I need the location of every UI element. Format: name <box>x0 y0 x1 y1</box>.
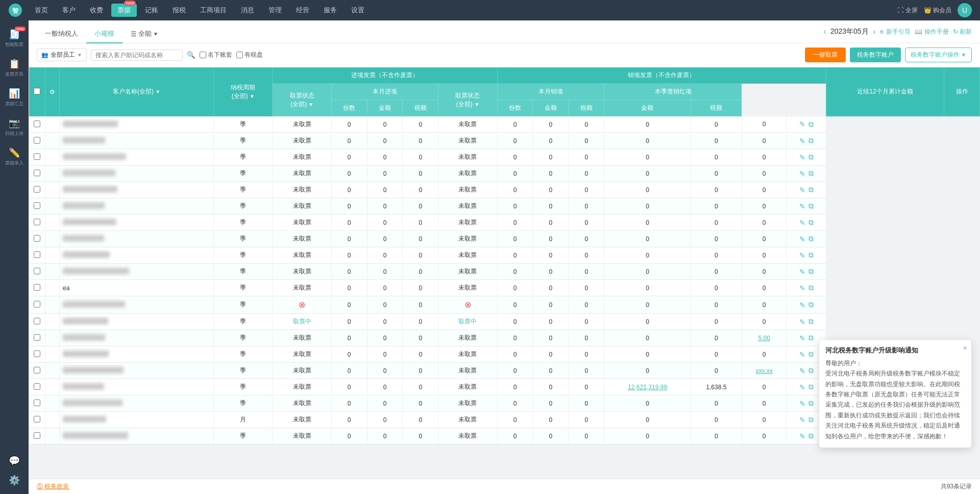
copy-btn[interactable]: ⧉ <box>808 185 814 194</box>
th-fetch-status-in[interactable]: 取票状态(全部) ▼ <box>273 84 331 116</box>
copy-btn[interactable]: ⧉ <box>808 399 814 408</box>
row-checkbox[interactable] <box>34 383 40 390</box>
search-button[interactable]: 🔍 <box>187 51 195 59</box>
td-check[interactable] <box>29 363 45 379</box>
edit-btn[interactable]: ✎ <box>799 202 805 210</box>
td-check[interactable] <box>29 412 45 428</box>
td-cumulative[interactable]: 0 <box>742 247 787 264</box>
nav-invoice[interactable]: 票据 new <box>111 4 137 17</box>
edit-btn[interactable]: ✎ <box>799 399 805 408</box>
td-cumulative[interactable]: 0 <box>742 133 787 149</box>
edit-btn[interactable]: ✎ <box>799 318 805 326</box>
edit-btn[interactable]: ✎ <box>799 367 805 375</box>
td-cumulative[interactable]: 0 <box>742 264 787 280</box>
check-account[interactable]: 名下账套 <box>200 51 232 59</box>
copy-btn[interactable]: ⧉ <box>808 218 814 227</box>
tab-all[interactable]: ☰ 全能 ▼ <box>122 25 166 43</box>
td-check[interactable] <box>29 247 45 264</box>
edit-btn[interactable]: ✎ <box>799 153 805 161</box>
nav-business2[interactable]: 经营 <box>290 4 315 17</box>
user-avatar[interactable]: U <box>958 3 972 17</box>
manual-link[interactable]: 📖 操作手册 <box>915 28 948 36</box>
app-logo[interactable]: 智 <box>8 3 22 17</box>
td-check[interactable] <box>29 280 45 296</box>
edit-btn[interactable]: ✎ <box>799 432 805 440</box>
copy-btn[interactable]: ⧉ <box>808 300 814 309</box>
copy-btn[interactable]: ⧉ <box>808 202 814 210</box>
sidebar-item-chat[interactable]: 💬 <box>1 451 28 471</box>
digital-account-op-btn[interactable]: 税务数字账户操作 ▼ <box>905 48 972 62</box>
row-checkbox[interactable] <box>34 268 40 274</box>
refresh-btn[interactable]: ↻ 刷新 <box>953 28 972 36</box>
row-checkbox[interactable] <box>34 153 40 160</box>
th-fetch-status-out[interactable]: 取票状态(全部) ▼ <box>438 84 497 116</box>
copy-btn[interactable]: ⧉ <box>808 284 814 292</box>
copy-btn[interactable]: ⧉ <box>808 153 814 161</box>
copy-btn[interactable]: ⧉ <box>808 234 814 243</box>
copy-btn[interactable]: ⧉ <box>808 366 814 375</box>
nav-customer[interactable]: 客户 <box>56 4 82 17</box>
td-cumulative[interactable]: 0 <box>742 182 787 198</box>
td-check[interactable] <box>29 166 45 182</box>
nav-home[interactable]: 首页 <box>29 4 54 17</box>
row-checkbox[interactable] <box>34 219 40 225</box>
nav-business[interactable]: 工商项目 <box>194 4 233 17</box>
row-checkbox[interactable] <box>34 301 40 308</box>
copy-btn[interactable]: ⧉ <box>808 432 814 440</box>
copy-btn[interactable]: ⧉ <box>808 334 814 342</box>
td-check[interactable] <box>29 395 45 412</box>
row-checkbox[interactable] <box>34 170 40 176</box>
td-check[interactable] <box>29 314 45 330</box>
td-cumulative[interactable]: 0 <box>742 314 787 330</box>
nav-manage[interactable]: 管理 <box>262 4 288 17</box>
copy-btn[interactable]: ⧉ <box>808 350 814 359</box>
edit-btn[interactable]: ✎ <box>799 219 805 227</box>
guide-link[interactable]: ⊕ 新手引导 <box>879 28 911 36</box>
cumulative-link[interactable]: xxx.xx <box>756 367 773 374</box>
copy-btn[interactable]: ⧉ <box>808 317 814 326</box>
sidebar-item-open-invoice[interactable]: 📋 发票开具 <box>1 54 28 82</box>
copy-btn[interactable]: ⧉ <box>808 120 814 129</box>
edit-btn[interactable]: ✎ <box>799 383 805 391</box>
th-name[interactable]: 客户名称(全部) ▼ <box>60 67 214 116</box>
td-cumulative[interactable]: 0 <box>742 166 787 182</box>
td-check[interactable] <box>29 215 45 231</box>
notification-close-btn[interactable]: × <box>963 344 967 352</box>
td-cumulative[interactable]: 0 <box>742 215 787 231</box>
sidebar-item-settings[interactable]: ⚙️ <box>1 471 28 490</box>
copy-btn[interactable]: ⧉ <box>808 251 814 260</box>
td-cumulative[interactable]: 0 <box>742 280 787 296</box>
td-cumulative[interactable]: 0 <box>742 395 787 412</box>
copy-btn[interactable]: ⧉ <box>808 383 814 391</box>
td-check[interactable] <box>29 198 45 215</box>
sidebar-item-summary[interactable]: 📊 票据汇总 <box>1 84 28 111</box>
td-check[interactable] <box>29 133 45 149</box>
th-period[interactable]: 纳税周期(全部) ▼ <box>214 67 273 116</box>
td-check[interactable] <box>29 330 45 346</box>
search-input[interactable] <box>91 50 183 61</box>
row-checkbox[interactable] <box>34 186 40 193</box>
td-cumulative[interactable]: 0 <box>742 412 787 428</box>
check-taxdisc[interactable]: 有税盘 <box>236 51 263 59</box>
digital-account-btn[interactable]: 税务数字账户 <box>850 48 901 62</box>
edit-btn[interactable]: ✎ <box>799 284 805 292</box>
td-cumulative[interactable]: 0 <box>742 231 787 247</box>
copy-btn[interactable]: ⧉ <box>808 169 814 178</box>
edit-btn[interactable]: ✎ <box>799 251 805 260</box>
edit-btn[interactable]: ✎ <box>799 301 805 309</box>
nav-tax[interactable]: 报税 <box>166 4 192 17</box>
one-click-fetch-btn[interactable]: 一键取票 <box>805 48 846 62</box>
row-checkbox[interactable] <box>34 367 40 373</box>
row-checkbox[interactable] <box>34 399 40 406</box>
sidebar-item-smart-fetch[interactable]: 🧾 智能取票 new <box>1 25 28 52</box>
row-checkbox[interactable] <box>34 235 40 242</box>
copy-btn[interactable]: ⧉ <box>808 136 814 145</box>
tab-general[interactable]: 一般纳税人 <box>37 25 86 43</box>
td-cumulative[interactable]: 0 <box>742 379 787 395</box>
td-cumulative[interactable]: 0 <box>742 428 787 444</box>
td-check[interactable] <box>29 116 45 133</box>
row-checkbox[interactable] <box>34 432 40 439</box>
member-btn[interactable]: 👑 购会员 <box>924 6 951 15</box>
nav-accounting[interactable]: 记账 <box>139 4 164 17</box>
date-prev-btn[interactable]: ‹ <box>824 27 826 36</box>
